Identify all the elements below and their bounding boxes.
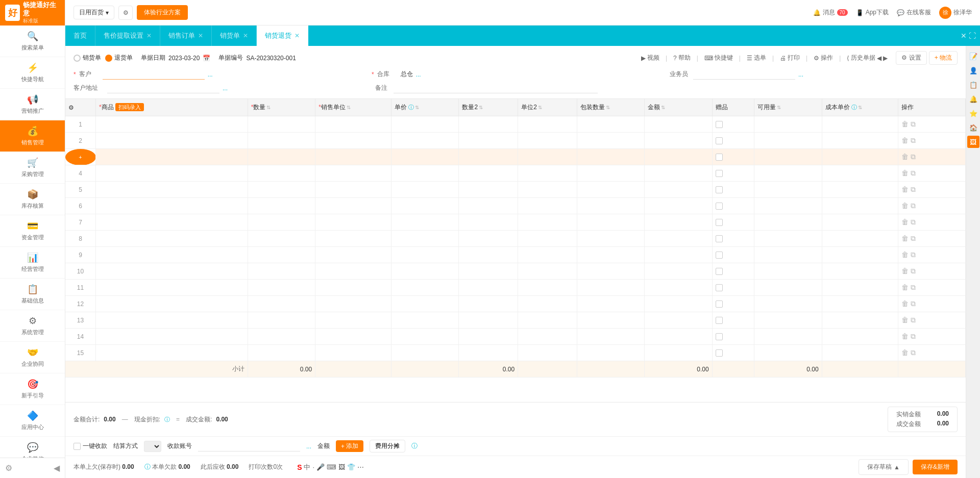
- copy-row-btn-2[interactable]: ⧉: [911, 136, 916, 145]
- row-pkg-9[interactable]: [577, 247, 644, 263]
- row-qty-1[interactable]: [248, 116, 315, 133]
- row-cost-1[interactable]: [822, 116, 898, 133]
- delete-row-btn-4[interactable]: 🗑: [901, 169, 909, 178]
- fee-split-btn[interactable]: 费用分摊: [370, 440, 405, 452]
- tabs-close-btn[interactable]: ✕: [961, 32, 967, 40]
- row-qty2-15[interactable]: [459, 345, 518, 361]
- row-cost-6[interactable]: [822, 198, 898, 214]
- logistics-btn[interactable]: + 物流: [929, 51, 958, 65]
- row-pkg-4[interactable]: [577, 165, 644, 182]
- row-sales-unit-7[interactable]: [315, 214, 391, 231]
- copy-row-btn-1[interactable]: ⧉: [911, 120, 916, 129]
- delete-row-btn-11[interactable]: 🗑: [901, 283, 909, 292]
- row-amount-8[interactable]: [645, 231, 712, 247]
- row-sales-unit-1[interactable]: [315, 116, 391, 133]
- gear-icon[interactable]: ⚙: [68, 104, 74, 111]
- row-qty2-7[interactable]: [459, 214, 518, 231]
- row-price-3[interactable]: [391, 149, 459, 165]
- row-cost-3[interactable]: [822, 149, 898, 165]
- row-available-8[interactable]: [754, 231, 822, 247]
- gift-cb-10[interactable]: [716, 268, 723, 275]
- nav-next-icon[interactable]: ▶: [883, 55, 888, 62]
- row-gift-11[interactable]: [712, 280, 754, 296]
- delete-row-btn-9[interactable]: 🗑: [901, 250, 909, 259]
- tab-sales-bill-close[interactable]: ✕: [243, 32, 248, 39]
- row-qty-13[interactable]: [248, 312, 315, 329]
- row-sales-unit-11[interactable]: [315, 280, 391, 296]
- row-pkg-1[interactable]: [577, 116, 644, 133]
- row-gift-12[interactable]: [712, 296, 754, 312]
- row-amount-10[interactable]: [645, 263, 712, 280]
- row-sales-unit-13[interactable]: [315, 312, 391, 329]
- row-available-15[interactable]: [754, 345, 822, 361]
- online-service-btn[interactable]: 💬 在线客服: [897, 8, 931, 17]
- row-available-12[interactable]: [754, 296, 822, 312]
- goods-input-3[interactable]: [99, 154, 244, 161]
- remark-input[interactable]: [394, 83, 598, 93]
- copy-row-btn-11[interactable]: ⧉: [911, 283, 916, 292]
- select-btn[interactable]: ☰ 选单: [747, 54, 766, 62]
- row-unit2-9[interactable]: [518, 247, 577, 263]
- row-qty-8[interactable]: [248, 231, 315, 247]
- row-cost-2[interactable]: [822, 133, 898, 149]
- right-panel-bell-btn[interactable]: 🔔: [967, 93, 979, 105]
- row-gift-9[interactable]: [712, 247, 754, 263]
- row-available-13[interactable]: [754, 312, 822, 329]
- row-goods-1[interactable]: [96, 116, 248, 133]
- row-goods-13[interactable]: [96, 312, 248, 329]
- row-unit2-7[interactable]: [518, 214, 577, 231]
- tab-sales-return-close[interactable]: ✕: [295, 32, 300, 39]
- row-goods-14[interactable]: [96, 329, 248, 345]
- customer-ellipsis[interactable]: ...: [208, 71, 213, 78]
- row-sales-unit-12[interactable]: [315, 296, 391, 312]
- row-cost-15[interactable]: [822, 345, 898, 361]
- row-qty-12[interactable]: [248, 296, 315, 312]
- row-amount-12[interactable]: [645, 296, 712, 312]
- row-unit2-3[interactable]: [518, 149, 577, 165]
- sidebar-item-6[interactable]: 💳资金管理: [0, 215, 65, 247]
- row-cost-7[interactable]: [822, 214, 898, 231]
- gift-cb-6[interactable]: [716, 203, 723, 210]
- row-pkg-6[interactable]: [577, 198, 644, 214]
- row-pkg-8[interactable]: [577, 231, 644, 247]
- gift-cb-8[interactable]: [716, 235, 723, 242]
- nav-prev-icon[interactable]: ◀: [877, 55, 881, 62]
- row-amount-9[interactable]: [645, 247, 712, 263]
- row-pkg-13[interactable]: [577, 312, 644, 329]
- row-cost-10[interactable]: [822, 263, 898, 280]
- help-btn[interactable]: ? 帮助: [673, 54, 691, 62]
- row-unit2-11[interactable]: [518, 280, 577, 296]
- row-amount-5[interactable]: [645, 182, 712, 198]
- row-available-10[interactable]: [754, 263, 822, 280]
- row-unit2-5[interactable]: [518, 182, 577, 198]
- row-sales-unit-10[interactable]: [315, 263, 391, 280]
- row-qty-15[interactable]: [248, 345, 315, 361]
- row-pkg-15[interactable]: [577, 345, 644, 361]
- sidebar-item-3[interactable]: 💰销售管理: [0, 120, 65, 152]
- onepay-checkbox[interactable]: 一键收款: [74, 442, 107, 450]
- row-goods-12[interactable]: [96, 296, 248, 312]
- row-qty2-12[interactable]: [459, 296, 518, 312]
- gift-cb-13[interactable]: [716, 317, 723, 324]
- scan-btn[interactable]: 扫码录入: [115, 103, 144, 111]
- copy-row-btn-4[interactable]: ⧉: [911, 169, 916, 178]
- row-goods-8[interactable]: [96, 231, 248, 247]
- row-cost-13[interactable]: [822, 312, 898, 329]
- row-available-11[interactable]: [754, 280, 822, 296]
- row-unit2-2[interactable]: [518, 133, 577, 149]
- row-sales-unit-15[interactable]: [315, 345, 391, 361]
- right-panel-image-btn[interactable]: 🖼: [967, 136, 979, 148]
- delete-row-btn-5[interactable]: 🗑: [901, 185, 909, 194]
- row-goods-4[interactable]: [96, 165, 248, 182]
- row-available-9[interactable]: [754, 247, 822, 263]
- row-cost-8[interactable]: [822, 231, 898, 247]
- delete-row-btn-12[interactable]: 🗑: [901, 299, 909, 308]
- row-goods-9[interactable]: [96, 247, 248, 263]
- row-gift-13[interactable]: [712, 312, 754, 329]
- row-sales-unit-4[interactable]: [315, 165, 391, 182]
- row-goods-10[interactable]: [96, 263, 248, 280]
- row-qty2-14[interactable]: [459, 329, 518, 345]
- tab-price-extract[interactable]: 售价提取设置 ✕: [95, 26, 160, 46]
- copy-row-btn-7[interactable]: ⧉: [911, 218, 916, 227]
- gift-cb-5[interactable]: [716, 186, 723, 193]
